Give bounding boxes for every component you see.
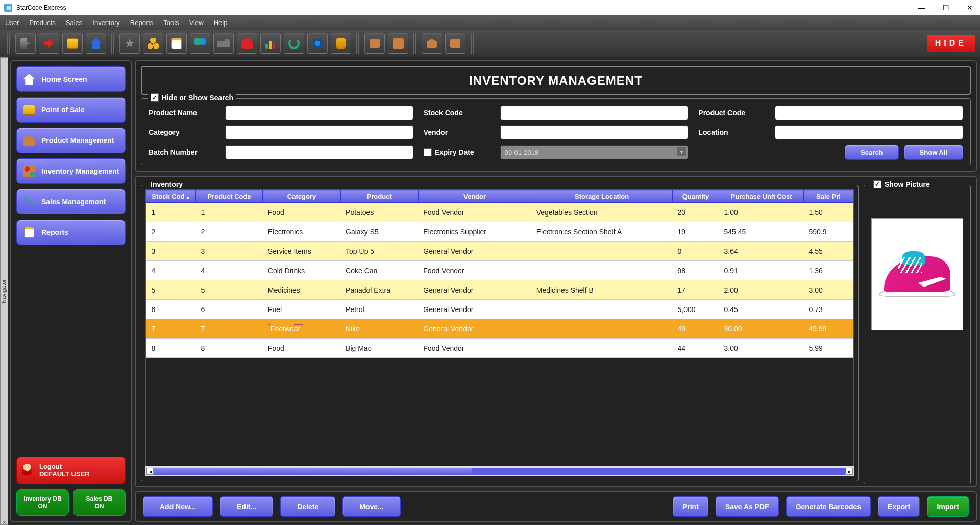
table-row[interactable]: 77FootwearNikeGeneral Vendor4930.0049.99: [146, 319, 853, 339]
sidebar-item-label: Inventory Management: [41, 167, 119, 175]
toolbar-boxes-button[interactable]: [388, 33, 408, 54]
toolbar-exit-button[interactable]: [15, 33, 36, 54]
print-button[interactable]: Print: [673, 496, 708, 517]
sidebar-item-reports[interactable]: Reports: [16, 220, 126, 245]
inventory-table[interactable]: Stock Cod▲Product CodeCategoryProductVen…: [145, 189, 854, 466]
table-cell: 4: [195, 261, 262, 280]
column-header[interactable]: Sale Pri: [804, 190, 853, 203]
scroll-right-icon[interactable]: ▸: [846, 468, 853, 475]
show-all-button[interactable]: Show All: [904, 145, 963, 160]
menu-user[interactable]: User: [5, 19, 19, 27]
toolbar-database-button[interactable]: [331, 33, 351, 54]
column-header[interactable]: Vendor: [418, 190, 531, 203]
toolbar-box-open-button[interactable]: [422, 33, 442, 54]
toolbar-favorite-button[interactable]: [119, 33, 140, 54]
menu-tools[interactable]: Tools: [163, 19, 179, 27]
table-row[interactable]: 66FuelPetrolGeneral Vendor5,0000.450.73: [146, 300, 853, 319]
search-toggle-checkbox[interactable]: ✓: [151, 93, 159, 102]
column-header[interactable]: Storage Location: [531, 190, 673, 203]
menu-products[interactable]: Products: [29, 19, 55, 27]
batch-number-input[interactable]: [225, 145, 413, 159]
calendar-dropdown-icon[interactable]: ▾: [677, 147, 686, 156]
column-header[interactable]: Quantity: [673, 190, 719, 203]
vendor-input[interactable]: [500, 125, 689, 139]
table-row[interactable]: 22ElectronicsGalaxy S5Electronics Suppli…: [146, 222, 853, 242]
toolbar-settings-button[interactable]: [307, 33, 328, 54]
horizontal-scrollbar[interactable]: ◂ ▸: [145, 466, 854, 476]
export-button[interactable]: Export: [878, 496, 920, 517]
table-row[interactable]: 33Service ItemsTop Up 5General Vendor03.…: [146, 242, 853, 261]
toolbar-box-add-button[interactable]: [364, 33, 385, 54]
expiry-date-input[interactable]: [500, 145, 689, 159]
delete-button[interactable]: Delete: [280, 496, 335, 517]
sidebar-item-inventory[interactable]: Inventory Management: [16, 158, 126, 184]
save-pdf-button[interactable]: Save As PDF: [716, 496, 779, 517]
table-cell: Medicines Shelf B: [531, 280, 673, 300]
window-maximize-button[interactable]: ☐: [940, 4, 952, 12]
toolbar-form-button[interactable]: [166, 33, 187, 54]
navigator-tab[interactable]: × Navigator: [0, 57, 8, 525]
navigator-close-icon[interactable]: ×: [2, 520, 7, 525]
toolbar-truck-button[interactable]: [213, 33, 234, 54]
add-new-button[interactable]: Add New...: [143, 496, 213, 517]
import-button[interactable]: Import: [927, 496, 969, 517]
window-minimize-button[interactable]: —: [915, 4, 928, 12]
toolbar-chart-button[interactable]: [260, 33, 281, 54]
table-cell: 6: [195, 300, 262, 319]
table-row[interactable]: 11FoodPotatoesFood VendorVegetables Sect…: [146, 203, 853, 222]
table-cell: 49: [673, 319, 719, 339]
inventory-db-button[interactable]: Inventory DB ON: [16, 489, 69, 516]
toolbar-pos-button[interactable]: [62, 33, 83, 54]
toolbar-login-button[interactable]: [39, 33, 59, 54]
search-button[interactable]: Search: [845, 145, 898, 160]
user-icon: [22, 464, 35, 477]
inventory-db-label: Inventory DB: [23, 495, 62, 503]
toolbar-customers-button[interactable]: [237, 33, 257, 54]
table-row[interactable]: 88FoodBig MacFood Vendor443.005.99: [146, 339, 853, 358]
scroll-left-icon[interactable]: ◂: [146, 468, 154, 475]
sidebar-item-pos[interactable]: Point of Sale: [16, 97, 126, 123]
page-header: INVENTORY MANAGEMENT: [141, 66, 971, 95]
sales-db-button[interactable]: Sales DB ON: [73, 489, 126, 516]
show-picture-checkbox[interactable]: ✓: [873, 180, 881, 188]
hide-button[interactable]: HIDE: [927, 35, 975, 52]
toolbar-org-button[interactable]: [143, 33, 163, 54]
menu-reports[interactable]: Reports: [130, 19, 154, 27]
logout-button[interactable]: Logout DEFAULT USER: [16, 457, 126, 484]
toolbar-separator: [356, 33, 359, 54]
expiry-date-checkbox[interactable]: [424, 148, 432, 156]
column-header[interactable]: Product Code: [195, 190, 262, 203]
generate-barcodes-button[interactable]: Generate Barcodes: [786, 496, 871, 517]
vendor-label: Vendor: [424, 128, 490, 136]
menu-sales[interactable]: Sales: [66, 19, 83, 27]
toolbar-home-button[interactable]: [86, 33, 106, 54]
sidebar-item-sales[interactable]: Sales Management: [16, 189, 126, 214]
column-header[interactable]: Category: [263, 190, 340, 203]
sidebar-item-product[interactable]: Product Management: [16, 128, 126, 153]
toolbar-users-button[interactable]: [190, 33, 210, 54]
column-header[interactable]: Purchase Unit Cost: [719, 190, 803, 203]
table-row[interactable]: 55MedicinesPanadol ExtraGeneral VendorMe…: [146, 280, 853, 300]
menu-help[interactable]: Help: [214, 19, 228, 27]
category-input[interactable]: [225, 125, 413, 139]
window-close-button[interactable]: ✕: [964, 4, 976, 12]
table-cell: 0: [673, 242, 719, 261]
scroll-thumb[interactable]: [154, 468, 472, 475]
location-input[interactable]: [775, 125, 963, 139]
table-cell: Food Vendor: [418, 261, 531, 280]
toolbar-box-out-button[interactable]: [445, 33, 465, 54]
edit-button[interactable]: Edit...: [220, 496, 273, 517]
toolbar-refresh-button[interactable]: [284, 33, 304, 54]
menu-inventory[interactable]: Inventory: [92, 19, 119, 27]
menu-view[interactable]: View: [189, 19, 204, 27]
table-cell: [531, 261, 673, 280]
move-button[interactable]: Move...: [342, 496, 400, 517]
product-name-input[interactable]: [225, 106, 413, 120]
column-header[interactable]: Stock Cod▲: [146, 190, 196, 203]
stock-code-input[interactable]: [500, 106, 689, 120]
product-code-input[interactable]: [775, 106, 963, 120]
column-header[interactable]: Product: [340, 190, 418, 203]
sidebar-item-home[interactable]: Home Screen: [16, 66, 126, 92]
sales-db-status: ON: [95, 503, 104, 510]
table-row[interactable]: 44Cold DrinksCoke CanFood Vendor980.911.…: [146, 261, 853, 280]
